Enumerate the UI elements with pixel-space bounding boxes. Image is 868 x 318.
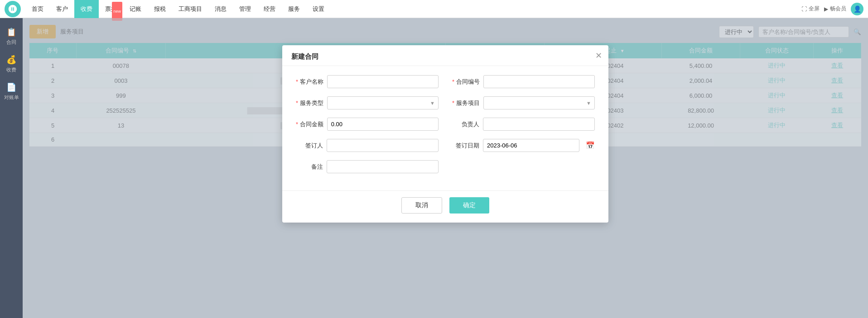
sign-date-input[interactable] [483,139,579,152]
nav-manage[interactable]: 管理 [233,0,257,18]
confirm-button[interactable]: 确定 [449,197,489,214]
modal-body: 客户名称 合同编号 服务类型 ▼ [282,66,608,190]
sign-date-label: 签订日期 [452,142,479,150]
service-item-select-wrap: ▼ [483,96,595,109]
statement-icon: 📄 [6,82,16,92]
nav-billing[interactable]: 收费 [74,0,99,18]
nav-items: 首页 客户 收费 票据 new 记账 报税 工商项目 消息 管理 经营 服务 设… [25,0,801,18]
service-item-select[interactable] [483,96,595,109]
vip-btn[interactable]: ▶ 畅会员 [824,5,846,13]
logo [5,1,21,17]
modal-footer: 取消 确定 [282,190,608,223]
service-type-group: 服务类型 ▼ [296,96,439,109]
modal-close-button[interactable]: ✕ [595,51,602,61]
nav-bookkeeping[interactable]: 记账 [123,0,148,18]
sidebar: 📋 合同 💰 收费 📄 对账单 [0,18,23,318]
sidebar-item-contract[interactable]: 📋 合同 [0,23,23,50]
billing-icon: 💰 [6,55,16,65]
nav-right: ⛶ 全屏 ▶ 畅会员 👤 [801,3,863,15]
service-type-select-wrap: ▼ [327,96,439,109]
notes-label: 备注 [296,163,323,171]
nav-home[interactable]: 首页 [25,0,50,18]
contract-no-input[interactable] [483,75,595,88]
service-item-label: 服务项目 [452,99,480,107]
avatar[interactable]: 👤 [851,3,863,15]
nav-operations[interactable]: 经营 [257,0,282,18]
nav-service[interactable]: 服务 [282,0,306,18]
nav-business[interactable]: 工商项目 [172,0,208,18]
responsible-label: 负责人 [452,120,479,128]
form-row-4: 签订人 签订日期 📅 [296,139,595,152]
service-item-group: 服务项目 ▼ [452,96,595,109]
customer-name-group: 客户名称 [296,75,439,88]
signatory-input[interactable] [327,139,439,152]
contract-amount-group: 合同金额 [296,118,439,131]
modal-overlay: 新建合同 ✕ 客户名称 合同编号 服务类型 [23,18,868,318]
nav-invoice[interactable]: 票据 new [99,0,123,18]
form-row-3: 合同金额 负责人 [296,118,595,131]
form-row-5: 备注 [296,160,595,173]
service-type-select[interactable] [327,96,439,109]
form-row-1: 客户名称 合同编号 [296,75,595,88]
service-type-label: 服务类型 [296,99,323,107]
cancel-button[interactable]: 取消 [401,197,442,214]
top-nav: 首页 客户 收费 票据 new 记账 报税 工商项目 消息 管理 经营 服务 设… [0,0,868,18]
nav-settings[interactable]: 设置 [306,0,331,18]
customer-name-input[interactable] [327,75,439,88]
sidebar-item-billing[interactable]: 💰 收费 [0,50,23,78]
new-contract-modal: 新建合同 ✕ 客户名称 合同编号 服务类型 [282,45,608,223]
contract-no-group: 合同编号 [452,75,595,88]
contract-icon: 📋 [6,27,16,37]
form-row-2: 服务类型 ▼ 服务项目 ▼ [296,96,595,109]
sign-date-group: 签订日期 📅 [452,139,595,152]
nav-tax[interactable]: 报税 [148,0,172,18]
fullscreen-btn[interactable]: ⛶ 全屏 [801,5,820,13]
modal-title: 新建合同 [282,45,608,66]
contract-amount-label: 合同金额 [296,120,323,128]
customer-name-label: 客户名称 [296,78,323,86]
calendar-icon[interactable]: 📅 [586,141,595,150]
nav-message[interactable]: 消息 [208,0,233,18]
signatory-group: 签订人 [296,139,439,152]
notes-input[interactable] [327,160,439,173]
nav-customer[interactable]: 客户 [50,0,74,18]
responsible-group: 负责人 [452,118,595,131]
responsible-input[interactable] [483,118,595,131]
signatory-label: 签订人 [296,142,323,150]
contract-amount-input[interactable] [327,118,439,131]
sidebar-item-statement[interactable]: 📄 对账单 [0,78,23,105]
notes-group: 备注 [296,160,439,173]
contract-no-label: 合同编号 [452,78,480,86]
